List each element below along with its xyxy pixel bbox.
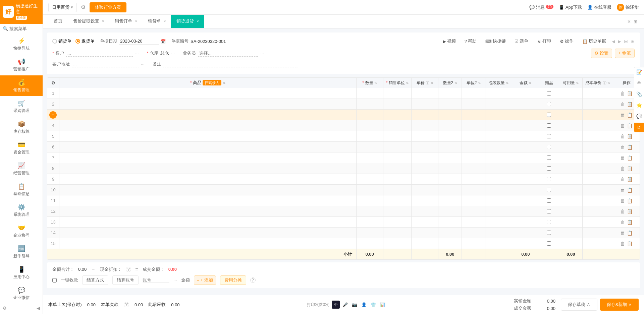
- customer-input[interactable]: [66, 50, 133, 57]
- copy-row-icon[interactable]: 📋: [627, 155, 633, 161]
- gift-checkbox[interactable]: [547, 134, 551, 138]
- gift-checkbox[interactable]: [547, 188, 551, 192]
- app-download-btn[interactable]: 📱 App下载: [559, 4, 582, 10]
- sidebar-item-finance[interactable]: 💳 资金管理: [0, 138, 43, 159]
- gift-checkbox[interactable]: [547, 241, 551, 246]
- tab-close-icon[interactable]: ×: [102, 19, 104, 23]
- cost-cell[interactable]: [583, 88, 613, 99]
- sidebar-item-appstore[interactable]: 📱 应用中心: [0, 262, 43, 283]
- expense-help-icon[interactable]: ?: [250, 277, 256, 283]
- salesperson-input[interactable]: [198, 50, 258, 57]
- product-input-new[interactable]: [61, 112, 354, 117]
- discount-help-icon[interactable]: ?: [126, 267, 131, 272]
- amount-cell[interactable]: [512, 110, 539, 120]
- account-more-icon[interactable]: ···: [173, 278, 177, 283]
- copy-row-icon[interactable]: 📋: [627, 230, 633, 236]
- avail-cell[interactable]: [559, 110, 583, 120]
- customer-more-icon[interactable]: ···: [135, 51, 139, 56]
- gift-checkbox[interactable]: [547, 198, 551, 203]
- qty-cell[interactable]: [356, 88, 383, 99]
- notification-btn[interactable]: 💬 消息 70: [529, 4, 553, 10]
- delete-row-icon[interactable]: 🗑: [620, 91, 625, 96]
- sidebar-item-operation[interactable]: 📈 经营管理: [0, 159, 43, 179]
- toolbar-print-btn[interactable]: 🖨 打印: [534, 37, 554, 46]
- cost-cell[interactable]: [583, 110, 613, 120]
- tab-price-setting[interactable]: 售价提取设置 ×: [68, 15, 109, 28]
- copy-row-icon[interactable]: 📋: [627, 166, 633, 171]
- copy-row-icon[interactable]: 📋: [627, 219, 633, 225]
- cost-info-icon[interactable]: ⓘ: [603, 81, 606, 85]
- price-cell[interactable]: [412, 88, 438, 99]
- amount-cell[interactable]: [512, 99, 539, 110]
- sidebar-item-enterprise[interactable]: 🤝 企业协同: [0, 221, 43, 242]
- gift-checkbox[interactable]: [547, 91, 551, 96]
- delete-row-icon[interactable]: 🗑: [620, 112, 625, 118]
- save-draft-btn[interactable]: 保存草稿 ∧: [561, 299, 597, 311]
- amount-sort-icon[interactable]: ⇅: [529, 81, 531, 85]
- address-input[interactable]: [72, 61, 139, 67]
- expense-split-btn[interactable]: 费用分摊: [220, 275, 246, 285]
- delete-row-icon[interactable]: 🗑: [620, 155, 625, 161]
- copy-row-icon[interactable]: 📋: [627, 241, 633, 246]
- trial-btn[interactable]: 体验行业方案: [90, 2, 126, 12]
- salesperson-more-icon[interactable]: ···: [260, 51, 264, 56]
- qty2-cell[interactable]: [438, 110, 462, 120]
- copy-row-icon[interactable]: 📋: [627, 187, 633, 193]
- copy-row-icon[interactable]: 📋: [627, 91, 633, 96]
- calendar-icon[interactable]: 📅: [160, 39, 166, 44]
- radio-return-bill[interactable]: 退货单: [75, 38, 95, 44]
- qty2-sort-icon[interactable]: ⇅: [454, 81, 457, 85]
- one-click-payment-checkbox[interactable]: [52, 278, 57, 282]
- sidebar-item-search[interactable]: 🔍 搜索菜单: [0, 24, 43, 34]
- copy-row-icon[interactable]: 📋: [627, 198, 633, 203]
- qty2-cell[interactable]: [438, 99, 462, 110]
- copy-row-icon[interactable]: 📋: [627, 209, 633, 214]
- sidebar-item-wechat[interactable]: 💬 企业微信: [0, 283, 43, 302]
- unit-cell[interactable]: [383, 99, 412, 110]
- delete-row-icon[interactable]: 🗑: [620, 187, 625, 193]
- add-logistics-btn[interactable]: + 物流: [615, 49, 635, 58]
- amount-cell[interactable]: [512, 88, 539, 99]
- gift-checkbox[interactable]: [547, 102, 551, 106]
- delete-row-icon[interactable]: 🗑: [620, 134, 625, 139]
- product-sort-icon[interactable]: ⇅: [223, 81, 225, 85]
- gift-cell[interactable]: [539, 99, 559, 110]
- copy-row-icon[interactable]: 📋: [627, 112, 633, 118]
- table-settings-icon[interactable]: ⚙: [51, 80, 55, 85]
- scan-barcode-btn[interactable]: 扫码录入: [203, 80, 221, 85]
- qty-cell[interactable]: [356, 99, 383, 110]
- user-icon[interactable]: 👤: [360, 301, 368, 309]
- avail-sort-icon[interactable]: ⇅: [576, 81, 579, 85]
- toolbar-video-btn[interactable]: ▶ 视频: [440, 37, 459, 46]
- nav-prev-icon[interactable]: ◀: [612, 39, 615, 44]
- unit-sort-icon[interactable]: ⇅: [406, 81, 409, 85]
- copy-row-icon[interactable]: 📋: [627, 134, 633, 139]
- input-method-icon[interactable]: 中: [332, 301, 340, 309]
- settlement-method-btn[interactable]: 结算方式: [82, 275, 108, 285]
- right-toolbar-note[interactable]: 📝: [634, 67, 644, 77]
- gift-checkbox[interactable]: [547, 220, 551, 224]
- tab-close-all-btn[interactable]: ✕: [626, 18, 632, 25]
- cost-cell[interactable]: [583, 99, 613, 110]
- debt-help-icon[interactable]: ?: [124, 302, 129, 307]
- qty-sort-icon[interactable]: ⇅: [374, 81, 377, 85]
- delete-row-icon[interactable]: 🗑: [620, 219, 625, 225]
- delete-row-icon[interactable]: 🗑: [620, 198, 625, 203]
- tab-close-icon[interactable]: ×: [135, 19, 137, 23]
- copy-row-icon[interactable]: 📋: [627, 177, 633, 182]
- chart-icon[interactable]: 📊: [379, 301, 387, 309]
- toolbar-shortcut-btn[interactable]: ⌨ 快捷键: [482, 37, 509, 46]
- right-toolbar-view[interactable]: 👁: [634, 78, 644, 88]
- add-fee-btn[interactable]: + + 添加: [194, 275, 216, 285]
- price-info-icon[interactable]: ⓘ: [426, 81, 429, 85]
- settings-icon[interactable]: ⚙: [3, 306, 7, 311]
- toolbar-help-btn[interactable]: ? 帮助: [462, 37, 480, 46]
- tab-sales-order[interactable]: 销售订单 ×: [109, 15, 142, 28]
- industry-select[interactable]: 日用百货 ▾: [48, 3, 77, 12]
- delete-row-icon[interactable]: 🗑: [620, 166, 625, 171]
- delete-row-icon[interactable]: 🗑: [620, 241, 625, 246]
- gift-checkbox[interactable]: [547, 209, 551, 213]
- unit2-cell[interactable]: [462, 99, 485, 110]
- unit2-cell[interactable]: [462, 88, 485, 99]
- product-cell[interactable]: [59, 88, 357, 99]
